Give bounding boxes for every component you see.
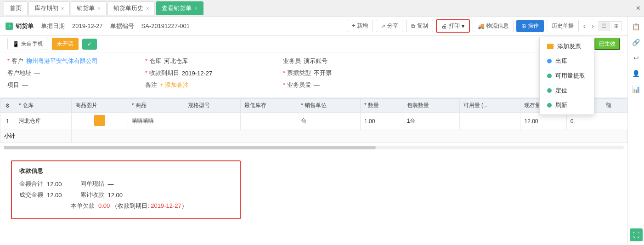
operation-button[interactable]: ⊞ 操作 <box>516 20 544 32</box>
nav-next[interactable]: › <box>590 22 596 31</box>
payment-container: 收款信息 金额合计 12.00 同单现结 — 成交金额 <box>0 152 627 228</box>
doc-date-label: 单据日期 <box>41 22 65 30</box>
staff-field: 业务员 演示账号 <box>283 57 412 65</box>
payment-row-1: 金额合计 12.00 同单现结 — <box>19 180 232 188</box>
tab-sales-history[interactable]: 销货单历史 × <box>107 1 155 15</box>
print-button[interactable]: 🖨 打印 ▾ <box>436 19 470 33</box>
address-field: 客户地址 — <box>7 69 136 77</box>
truck-icon: 🚚 <box>478 23 485 29</box>
tab-close-inventory[interactable]: × <box>61 6 64 11</box>
salesperson-value: — <box>314 82 320 89</box>
locate-icon <box>547 88 552 93</box>
toolbar-actions: + 新增 ↗ 分享 ⧉ 复制 🖨 打印 ▾ 🚚 <box>347 19 622 33</box>
row-unit-price: 0. <box>566 113 602 130</box>
col-spec: 规格型号 <box>184 99 241 113</box>
col-pack-qty: 包装数量 <box>403 99 459 113</box>
tab-close-view-sales[interactable]: × <box>194 6 197 11</box>
transaction-amount-value: 12.00 <box>47 192 62 199</box>
view-list-button[interactable]: ☰ <box>599 21 610 31</box>
row-available <box>459 113 520 130</box>
ticket-type-value: 不开票 <box>314 69 332 77</box>
tab-sales-order[interactable]: 销货单 × <box>71 1 106 15</box>
customer-value[interactable]: 柳州粤港平安气体有限公司 <box>26 57 98 65</box>
note-field: 备注 + 添加备注 <box>145 81 274 89</box>
warehouse-field: * 仓库 河北仓库 <box>145 57 274 65</box>
dropdown-item-refresh[interactable]: 刷新 <box>540 98 594 113</box>
product-table-container: ⚙ * 仓库 商品图片 * 商品 规格型号 最低库存 * 销售单位 * 数量 包… <box>0 98 627 152</box>
copy-icon: ⧉ <box>411 23 415 29</box>
confirm-button[interactable]: ✓ <box>82 39 97 50</box>
row-quantity: 1.00 <box>361 113 403 130</box>
horizontal-scrollbar[interactable] <box>4 146 624 149</box>
logistics-button[interactable]: 🚚 物流信息 <box>473 20 514 32</box>
tab-home[interactable]: 首页 <box>4 1 28 15</box>
col-quantity: * 数量 <box>361 99 403 113</box>
cumulative-payment-item: 累计收款 12.00 <box>80 191 123 199</box>
view-grid-button[interactable]: ⊞ <box>611 21 622 31</box>
tab-close-history[interactable]: × <box>146 6 149 11</box>
project-value: — <box>22 82 28 89</box>
col-product: * 商品 <box>128 99 184 113</box>
table-header-row: ⚙ * 仓库 商品图片 * 商品 规格型号 最低库存 * 销售单位 * 数量 包… <box>0 99 627 113</box>
col-settings: ⚙ <box>0 99 15 113</box>
dropdown-item-outbound[interactable]: 出库 <box>540 54 594 68</box>
form-row-2: 客户地址 — * 收款到期日 2019-12-27 * 票据类型 不开票 <box>7 69 620 77</box>
row-spec <box>184 113 241 130</box>
row-product-image <box>71 113 128 130</box>
sidebar-icon-clipboard[interactable]: 📋 <box>630 20 643 33</box>
dropdown-item-available-extract[interactable]: 可用量提取 <box>540 68 594 83</box>
new-button[interactable]: + 新增 <box>347 20 373 32</box>
warehouse-value: 河北仓库 <box>164 57 188 65</box>
total-amount-value: 12.00 <box>47 181 62 188</box>
salesperson-field: * 业务员孟 — <box>283 81 412 89</box>
sidebar-icon-link[interactable]: 🔗 <box>630 36 643 49</box>
product-thumbnail <box>94 115 105 126</box>
sidebar-icon-user[interactable]: 👤 <box>630 67 643 80</box>
form-section: * * 客户客户 柳州粤港平安气体有限公司 * 仓库 河北仓库 业务员 演示账号… <box>0 52 627 98</box>
row-unit: 台 <box>297 113 361 130</box>
form-row-1: * * 客户客户 柳州粤港平安气体有限公司 * 仓库 河北仓库 业务员 演示账号 <box>7 57 620 65</box>
tab-inventory-init[interactable]: 库存期初 × <box>28 1 70 15</box>
status-effect-button[interactable]: 已生效 <box>594 38 620 50</box>
doc-type-icon: ↑ <box>6 23 13 30</box>
col-amount: 额 <box>602 99 627 113</box>
dropdown-item-locate[interactable]: 定位 <box>540 83 594 98</box>
mobile-icon: 📱 <box>12 41 19 47</box>
outbound-icon <box>547 59 552 63</box>
close-all-tabs[interactable]: × <box>636 4 640 12</box>
subtotal-label: 小计 <box>0 130 72 143</box>
scrollbar-thumb <box>4 146 376 149</box>
add-note-button[interactable]: + 添加备注 <box>160 81 189 89</box>
share-button[interactable]: ↗ 分享 <box>376 20 403 32</box>
tab-close-sales[interactable]: × <box>97 6 100 11</box>
row-warehouse: 河北仓库 <box>15 113 72 130</box>
row-num: 1 <box>0 113 15 130</box>
document-toolbar: ↑ 销货单 单据日期 2019-12-27 单据编号 SA-20191227-0… <box>0 17 627 36</box>
same-order-settlement-value: — <box>108 181 114 188</box>
dropdown-item-add-invoice[interactable]: 添加发票 <box>540 39 594 54</box>
table-row: 1 河北仓库 嘻嘻嘻嘻 台 1.00 1台 12 <box>0 113 627 130</box>
print-dropdown-arrow: ▾ <box>462 23 464 29</box>
doc-number-label: 单据编号 <box>110 22 134 30</box>
payment-row-3: 本单欠款 0.00 （收款到期日: 2019-12-27） <box>19 202 232 210</box>
nav-prev[interactable]: ‹ <box>582 22 588 31</box>
sidebar-icon-refresh[interactable]: ↩ <box>630 51 643 64</box>
payment-row-2: 成交金额 12.00 累计收款 12.00 <box>19 191 232 199</box>
project-field: 项目 — <box>7 81 136 89</box>
sidebar-icon-chart[interactable]: 📊 <box>630 83 643 96</box>
history-button[interactable]: 历史单据 <box>547 20 579 32</box>
tab-view-sales[interactable]: 查看销货单 × <box>156 1 203 15</box>
right-sidebar: 📋 🔗 ↩ 👤 📊 ⛶ <box>627 17 644 245</box>
from-mobile-button[interactable]: 📱 来自手机 <box>7 38 48 50</box>
row-product: 嘻嘻嘻嘻 <box>128 113 184 130</box>
sidebar-icon-expand[interactable]: ⛶ <box>630 228 643 241</box>
doc-info: ↑ 销货单 单据日期 2019-12-27 单据编号 SA-20191227-0… <box>6 22 347 30</box>
col-min-stock: 最低库存 <box>241 99 297 113</box>
copy-button[interactable]: ⧉ 复制 <box>406 20 433 32</box>
ticket-type-field: * 票据类型 不开票 <box>283 69 412 77</box>
col-warehouse: * 仓库 <box>15 99 72 113</box>
address-value: — <box>34 70 40 77</box>
available-extract-icon <box>547 74 552 78</box>
not-open-ticket-button[interactable]: 未开票 <box>52 38 79 50</box>
col-unit: * 销售单位 <box>297 99 361 113</box>
